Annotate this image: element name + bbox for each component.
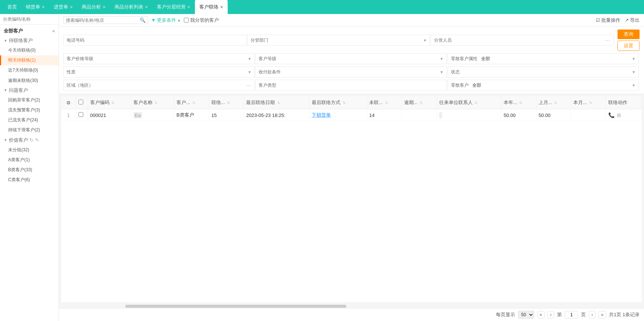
triangle-problem-icon: ▼ bbox=[4, 88, 7, 92]
row-index: 1 bbox=[61, 109, 76, 121]
nav-home[interactable]: 首页 bbox=[3, 0, 21, 14]
row-customer-code: 000021 bbox=[88, 109, 131, 121]
col-contact[interactable]: 联络... ⇅ bbox=[209, 96, 244, 109]
per-page-select[interactable]: 50 bbox=[518, 311, 534, 319]
table-row: 1 000021 Ea B类客户 15 2023-05-23 18:25: 下销… bbox=[61, 109, 642, 121]
sidebar-item-class-b[interactable]: B类客户(33) bbox=[0, 165, 59, 175]
row-checkbox[interactable] bbox=[78, 112, 83, 117]
sidebar-item-tomorrow-pending[interactable]: 明天待联络(1) bbox=[0, 55, 59, 65]
edit-icon[interactable]: ✎ bbox=[35, 137, 39, 143]
sidebar-item-class-c[interactable]: C类客户(6) bbox=[0, 175, 59, 185]
dept-dropdown-icon[interactable]: ▼ bbox=[423, 38, 427, 42]
customer-level-field: 客户等级 ▼ bbox=[255, 53, 447, 64]
nav-customer-tier[interactable]: 客户分层经营 ✕ bbox=[153, 0, 195, 14]
sidebar-search-input[interactable] bbox=[3, 17, 58, 22]
sidebar-item-7days-pending[interactable]: 近7天待联络(0) bbox=[0, 65, 59, 75]
sidebar-item-churn-warning[interactable]: 流失预警客户(3) bbox=[0, 105, 59, 115]
col-customer-code[interactable]: 客户编码 ⇅ bbox=[88, 96, 131, 109]
page-input[interactable] bbox=[565, 311, 578, 318]
col-company-contact[interactable]: 往来单位联系人 ⇅ bbox=[437, 96, 501, 109]
export-button[interactable]: ↗ 导出 bbox=[625, 17, 640, 24]
search-input[interactable] bbox=[66, 18, 140, 23]
sidebar-item-churned[interactable]: 已流失客户(24) bbox=[0, 115, 59, 125]
search-icon[interactable]: 🔍 bbox=[140, 17, 146, 23]
row-last-contact-method[interactable]: 下销货单 bbox=[309, 109, 367, 121]
data-table-wrapper: ⚙ 客户编码 ⇅ 客户名称 ⇅ 客户... bbox=[61, 96, 642, 302]
dept-input[interactable] bbox=[270, 38, 427, 43]
more-conditions-button[interactable]: ▼ 更多条件 ▲ bbox=[151, 17, 181, 24]
search-wrap: 🔍 bbox=[63, 16, 148, 24]
sidebar-group-value[interactable]: ▼ 价值客户 ↻ ✎ bbox=[0, 135, 59, 145]
sort-company-contact-icon: ⇅ bbox=[475, 101, 477, 105]
manager-more-icon[interactable]: ··· bbox=[605, 37, 610, 43]
phone-input[interactable] bbox=[87, 38, 243, 43]
my-customers-checkbox[interactable] bbox=[184, 18, 189, 23]
scrollbar-thumb[interactable] bbox=[125, 305, 346, 308]
col-customer-name[interactable]: 客户名称 ⇅ bbox=[131, 96, 174, 109]
sidebar-item-overdue-pending[interactable]: 逾期未联络(30) bbox=[0, 76, 59, 86]
prev-page-button[interactable]: ‹ bbox=[547, 311, 554, 318]
close-customer-tier-icon[interactable]: ✕ bbox=[187, 5, 190, 10]
col-overdue[interactable]: 逾期... ⇅ bbox=[402, 96, 437, 109]
last-page-button[interactable]: » bbox=[598, 311, 606, 318]
region-more-icon[interactable]: ··· bbox=[246, 82, 252, 88]
customer-level-dropdown-icon[interactable]: ▼ bbox=[440, 57, 444, 61]
gender-dropdown-icon[interactable]: ▼ bbox=[248, 70, 251, 74]
data-table: ⚙ 客户编码 ⇅ 客户名称 ⇅ 客户... bbox=[61, 96, 642, 121]
more-action-icon[interactable]: ⊞ bbox=[617, 112, 621, 118]
filter-row-1: 电话号码 分管部门 ▼ 分管人员 ··· 查询 设置 bbox=[63, 30, 640, 51]
retail-customer-dropdown-icon[interactable]: ▼ bbox=[632, 83, 636, 87]
col-last-contact-method[interactable]: 最后联络方式 ⇅ bbox=[309, 96, 367, 109]
manager-input[interactable] bbox=[454, 38, 610, 43]
nav-purchase-order[interactable]: 进货单 ✕ bbox=[49, 0, 77, 14]
nav-product-analysis-list[interactable]: 商品分析列表 ✕ bbox=[110, 0, 153, 14]
sidebar-item-declining[interactable]: 持续下滑客户(2) bbox=[0, 125, 59, 135]
extended-filter-panel: 电话号码 分管部门 ▼ 分管人员 ··· 查询 设置 bbox=[59, 27, 644, 94]
batch-operation-button[interactable]: ☑ 批量操作 bbox=[596, 17, 620, 24]
next-page-button[interactable]: › bbox=[589, 311, 595, 318]
query-button[interactable]: 查询 bbox=[617, 30, 640, 39]
phone-action-icon[interactable]: 📞 bbox=[608, 112, 615, 118]
col-contact-action: 联络动作 bbox=[606, 96, 641, 109]
triangle-pending-icon: ▼ bbox=[4, 39, 7, 43]
row-overdue bbox=[402, 109, 437, 121]
select-all-checkbox[interactable] bbox=[78, 100, 83, 104]
close-sales-order-icon[interactable]: ✕ bbox=[42, 5, 45, 10]
close-purchase-order-icon[interactable]: ✕ bbox=[70, 5, 73, 10]
refresh-icon[interactable]: ↻ bbox=[29, 137, 34, 143]
sidebar-item-today-pending[interactable]: 今天待联络(0) bbox=[0, 45, 59, 55]
close-product-analysis-list-icon[interactable]: ✕ bbox=[145, 5, 148, 10]
gear-settings-header[interactable]: ⚙ bbox=[61, 96, 76, 109]
col-last-contact-date[interactable]: 最后联络日期 ⇅ bbox=[244, 96, 309, 109]
status-dropdown-icon[interactable]: ▼ bbox=[632, 70, 636, 74]
first-page-button[interactable]: « bbox=[537, 311, 545, 318]
nav-customer-contact[interactable]: 客户联络 ✕ bbox=[195, 0, 228, 14]
my-customers-checkbox-wrap: 我分管的客户 bbox=[184, 17, 219, 24]
sidebar-item-class-a[interactable]: A类客户(1) bbox=[0, 155, 59, 165]
customer-price-dropdown-icon[interactable]: ▼ bbox=[248, 57, 251, 61]
payment-field: 收付款条件 ▼ bbox=[255, 66, 447, 77]
checkbox-header bbox=[76, 96, 88, 109]
col-this-year[interactable]: 本年... ⇅ bbox=[501, 96, 536, 109]
payment-dropdown-icon[interactable]: ▼ bbox=[440, 70, 444, 74]
sidebar-item-ungrouped[interactable]: 未分组(32) bbox=[0, 145, 59, 155]
total-records: 共1页 1条记录 bbox=[609, 311, 640, 318]
col-this-month[interactable]: 本月... ⇅ bbox=[571, 96, 606, 109]
settings-button[interactable]: 设置 bbox=[617, 41, 640, 51]
close-customer-contact-icon[interactable]: ✕ bbox=[220, 5, 223, 10]
horizontal-scrollbar[interactable] bbox=[59, 304, 644, 308]
col-no-contact[interactable]: 未联... ⇅ bbox=[367, 96, 402, 109]
sidebar-item-repurchase-abnormal[interactable]: 回购异常客户(2) bbox=[0, 95, 59, 105]
close-product-analysis-icon[interactable]: ✕ bbox=[102, 5, 106, 10]
nav-sales-order[interactable]: 销货单 ✕ bbox=[21, 0, 49, 14]
col-last-month[interactable]: 上月... ⇅ bbox=[536, 96, 571, 109]
col-customer-type[interactable]: 客户... ⇅ bbox=[174, 96, 209, 109]
sidebar-group-pending[interactable]: ▼ 待联络客户 bbox=[0, 36, 59, 45]
triangle-value-icon: ▼ bbox=[4, 138, 7, 142]
collapse-icon[interactable]: « bbox=[52, 28, 55, 34]
sidebar-group-problem[interactable]: ▼ 问题客户 bbox=[0, 86, 59, 95]
sort-customer-name-icon: ⇅ bbox=[154, 101, 157, 105]
nav-product-analysis[interactable]: 商品分析 ✕ bbox=[77, 0, 110, 14]
retail-attr-dropdown-icon[interactable]: ▼ bbox=[632, 57, 636, 61]
filter-row-2: 客户价格等级 ▼ 客户等级 ▼ 零散客户属性 全部 ▼ bbox=[63, 53, 640, 64]
